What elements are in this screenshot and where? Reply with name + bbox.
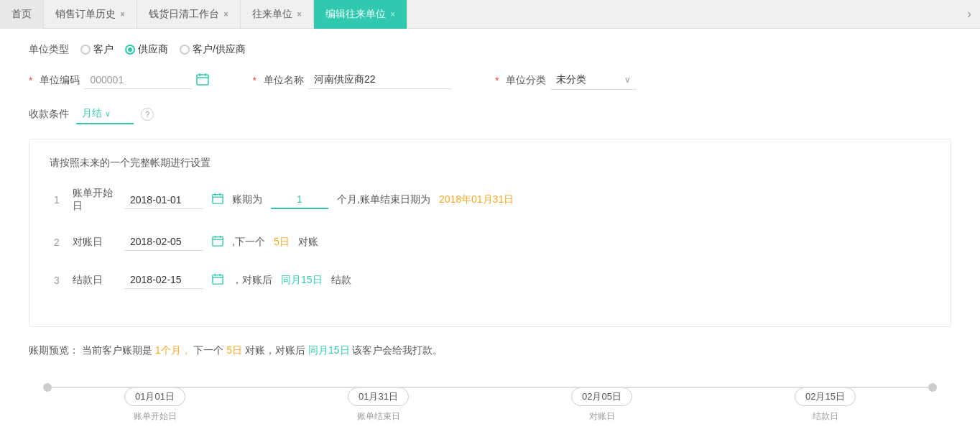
unit-category-arrow-icon: ∨ bbox=[624, 75, 631, 85]
unit-category-value: 未分类 bbox=[556, 73, 621, 86]
tab-close-sales[interactable]: × bbox=[120, 9, 125, 19]
timeline-container: 01月01日 账单开始日 01月31日 账单结束日 02月05日 对账日 02月… bbox=[29, 377, 951, 423]
tab-partner[interactable]: 往来单位 × bbox=[241, 0, 314, 29]
tab-edit-partner[interactable]: 编辑往来单位 × bbox=[314, 0, 407, 29]
payment-condition-value: 月结 bbox=[82, 107, 102, 120]
period-desc-2a: ,下一个 bbox=[232, 236, 265, 249]
unit-code-calendar-icon[interactable] bbox=[196, 73, 209, 88]
radio-circle-customer bbox=[80, 45, 91, 55]
radio-label-customer: 客户 bbox=[93, 43, 114, 56]
unit-name-label: 单位名称 bbox=[264, 74, 304, 87]
help-icon[interactable]: ? bbox=[141, 108, 154, 121]
reconcile-date-input[interactable] bbox=[124, 233, 203, 251]
preview-text-3: 对账，对账后 bbox=[245, 344, 305, 356]
period-desc-3b: 结款 bbox=[331, 274, 351, 287]
tab-bar: 首页 销售订单历史 × 钱货日清工作台 × 往来单位 × 编辑往来单位 × › bbox=[0, 0, 980, 29]
period-row-3: 3 结款日 ，对账后 同月15日 结款 bbox=[50, 271, 930, 289]
period-num-3: 3 bbox=[50, 275, 64, 286]
period-reconcile-highlight: 5日 bbox=[274, 236, 290, 249]
payment-date-calendar-icon[interactable] bbox=[212, 273, 223, 288]
timeline-sub-3: 对账日 bbox=[589, 410, 615, 423]
reconcile-date-calendar-icon[interactable] bbox=[212, 235, 223, 249]
payment-condition-label: 收款条件 bbox=[29, 108, 69, 121]
tab-more-button[interactable]: › bbox=[958, 0, 980, 29]
period-desc-3a: ，对账后 bbox=[232, 274, 272, 287]
radio-circle-both bbox=[180, 45, 190, 55]
period-row-1: 1 账单开始日 账期为 个月,账单结束日期为 2018年01月31日 bbox=[50, 187, 930, 213]
timeline-sub-1: 账单开始日 bbox=[134, 410, 177, 423]
period-label-3: 结款日 bbox=[73, 274, 116, 287]
preview-payment-day-highlight: 同月15日 bbox=[308, 344, 350, 356]
unit-info-row: * 单位编码 * 单位名称 * 单位分类 未分类 ∨ bbox=[29, 70, 951, 90]
period-num-1: 1 bbox=[50, 194, 64, 206]
tab-close-edit-partner[interactable]: × bbox=[390, 9, 395, 19]
payment-condition-row: 收款条件 月结 ∨ ? bbox=[29, 104, 951, 124]
period-desc-1a: 账期为 bbox=[232, 193, 262, 206]
period-desc-2b: 对账 bbox=[298, 236, 318, 249]
unit-code-input[interactable] bbox=[84, 71, 192, 89]
preview-text-2: 下一个 bbox=[193, 344, 223, 356]
unit-category-star: * bbox=[495, 75, 499, 86]
timeline-dot-start bbox=[43, 383, 52, 392]
radio-label-supplier: 供应商 bbox=[138, 43, 168, 56]
unit-code-star: * bbox=[29, 75, 32, 86]
main-content: 单位类型 客户 供应商 客户/供应商 * 单位编码 bbox=[0, 29, 980, 437]
preview-text-4: 该客户会给我打款。 bbox=[352, 344, 443, 356]
period-label-2: 对账日 bbox=[73, 236, 116, 249]
svg-rect-0 bbox=[197, 75, 208, 85]
tab-close-cash[interactable]: × bbox=[223, 9, 228, 19]
tab-cash-work[interactable]: 钱货日清工作台 × bbox=[137, 0, 241, 29]
timeline-line-row bbox=[43, 377, 937, 398]
period-num-2: 2 bbox=[50, 236, 64, 248]
unit-type-label: 单位类型 bbox=[29, 43, 69, 56]
period-end-date-highlight: 2018年01月31日 bbox=[439, 193, 514, 206]
tab-sales-order-history[interactable]: 销售订单历史 × bbox=[44, 0, 137, 29]
preview-text-1: 当前客户账期是 bbox=[82, 344, 152, 356]
radio-customer[interactable]: 客户 bbox=[80, 43, 114, 56]
preview-section: 账期预览： 当前客户账期是 1个月， 下一个 5日 对账，对账后 同月15日 该… bbox=[29, 341, 951, 359]
unit-category-group: * 单位分类 未分类 ∨ bbox=[495, 70, 637, 90]
radio-label-both: 客户/供应商 bbox=[193, 43, 246, 56]
unit-type-row: 单位类型 客户 供应商 客户/供应商 bbox=[29, 43, 951, 56]
start-date-input[interactable] bbox=[124, 191, 203, 209]
unit-code-group: * 单位编码 bbox=[29, 71, 209, 89]
radio-circle-supplier bbox=[125, 45, 135, 55]
tab-close-partner[interactable]: × bbox=[297, 9, 302, 19]
timeline-sub-2: 账单结束日 bbox=[357, 410, 400, 423]
radio-group: 客户 供应商 客户/供应商 bbox=[80, 43, 246, 56]
start-date-calendar-icon[interactable] bbox=[212, 193, 223, 207]
period-box: 请按照未来的一个完整帐期进行设置 1 账单开始日 账期为 个月,账单结束日期为 … bbox=[29, 139, 951, 327]
unit-category-dropdown[interactable]: 未分类 ∨ bbox=[550, 70, 637, 90]
preview-months-highlight: 1个月， bbox=[155, 344, 191, 356]
preview-reconcile-day-highlight: 5日 bbox=[226, 344, 242, 356]
unit-name-star: * bbox=[252, 75, 256, 86]
timeline-dot-end bbox=[928, 383, 937, 392]
svg-rect-8 bbox=[213, 236, 223, 245]
timeline-sub-4: 结款日 bbox=[813, 410, 838, 423]
unit-name-group: * 单位名称 bbox=[252, 71, 451, 89]
period-payment-highlight: 同月15日 bbox=[281, 274, 323, 287]
period-months-input[interactable] bbox=[271, 190, 328, 209]
radio-both[interactable]: 客户/供应商 bbox=[180, 43, 246, 56]
payment-condition-arrow-icon: ∨ bbox=[105, 109, 111, 119]
period-desc-1b: 个月,账单结束日期为 bbox=[337, 193, 430, 206]
period-row-2: 2 对账日 ,下一个 5日 对账 bbox=[50, 233, 930, 251]
timeline-line bbox=[43, 387, 937, 388]
period-label-1: 账单开始日 bbox=[73, 187, 116, 213]
period-box-title: 请按照未来的一个完整帐期进行设置 bbox=[50, 157, 930, 170]
tab-home[interactable]: 首页 bbox=[0, 0, 44, 29]
svg-rect-4 bbox=[213, 195, 223, 203]
svg-rect-12 bbox=[213, 275, 223, 283]
unit-name-input[interactable] bbox=[308, 71, 452, 89]
preview-label: 账期预览： bbox=[29, 344, 79, 356]
radio-supplier[interactable]: 供应商 bbox=[125, 43, 168, 56]
payment-condition-dropdown[interactable]: 月结 ∨ bbox=[76, 104, 134, 124]
unit-code-label: 单位编码 bbox=[40, 74, 80, 87]
payment-date-input[interactable] bbox=[124, 271, 203, 289]
unit-category-label: 单位分类 bbox=[506, 74, 546, 87]
